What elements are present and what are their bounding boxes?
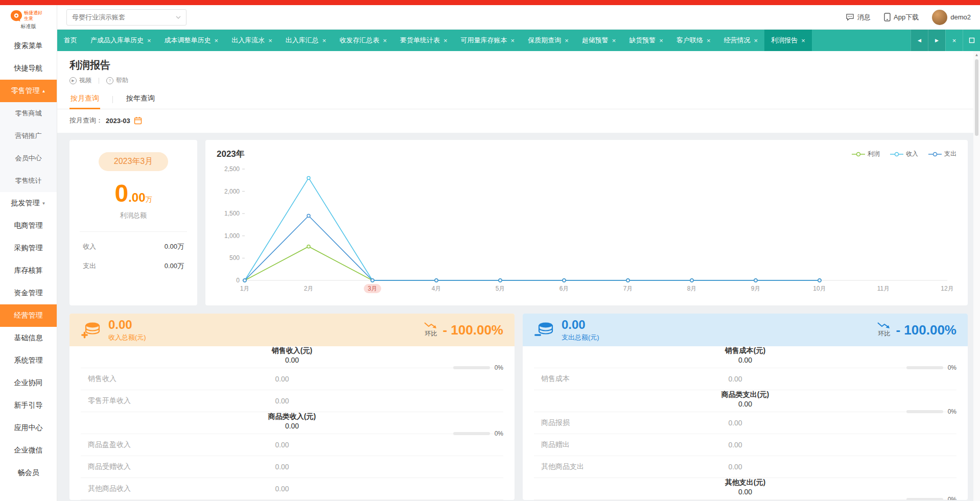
stat-row-value: 0.00: [728, 441, 742, 449]
sidebar-item-label: 零售统计: [15, 176, 42, 185]
tab-item[interactable]: 出入库汇总×: [279, 30, 333, 51]
user-menu[interactable]: demo2: [932, 10, 971, 25]
sidebar-item-inventory-accounting[interactable]: 库存核算: [0, 259, 57, 282]
close-tab-icon[interactable]: ×: [322, 37, 326, 44]
legend-marker-icon: [852, 152, 865, 157]
messages-button[interactable]: 消息: [846, 13, 871, 22]
tab-scroll-right-icon[interactable]: ▶: [928, 30, 945, 51]
tab-item[interactable]: 要货单统计表×: [393, 30, 454, 51]
tab-item[interactable]: 出入库流水×: [225, 30, 279, 51]
sidebar-item-enterprise-wechat[interactable]: 企业微信: [0, 439, 57, 462]
sidebar-item-label: 企业协同: [14, 378, 43, 388]
tab-item[interactable]: 客户联络×: [670, 30, 717, 51]
help-link[interactable]: ? 帮助: [106, 76, 128, 85]
sidebar-item-retail-mall[interactable]: 零售商城: [0, 102, 57, 125]
stat-row-value: 0.00: [738, 488, 752, 496]
brand-name: 畅捷通好生意: [24, 10, 46, 21]
calendar-icon[interactable]: [134, 116, 142, 125]
logo-icon: [10, 10, 22, 22]
sidebar-item-quick-nav[interactable]: 快捷导航: [0, 57, 57, 80]
stat-row: 商品受赠收入0.00: [81, 456, 503, 478]
profit-chart-card: 2023年 利润收入支出 05001,0001,5002,0002,5001月2…: [205, 140, 968, 305]
month-picker[interactable]: 2023-03: [106, 116, 142, 125]
close-tab-icon[interactable]: ×: [268, 37, 272, 44]
app-download-button[interactable]: App下载: [884, 13, 919, 22]
scroll-up-icon[interactable]: ▲: [975, 51, 979, 57]
expense-card-header: 0.00 支出总额(元) 环比: [523, 314, 968, 346]
legend-item[interactable]: 支出: [928, 150, 956, 158]
sidebar-item-funds-mgmt[interactable]: 资金管理: [0, 282, 57, 304]
legend-item[interactable]: 收入: [890, 150, 918, 158]
legend-label: 收入: [906, 150, 918, 158]
sidebar-item-system-mgmt[interactable]: 系统管理: [0, 349, 57, 372]
sidebar-item-label: 资金管理: [14, 289, 43, 298]
close-tab-icon[interactable]: ×: [383, 37, 387, 44]
tab-item[interactable]: 成本调整单历史×: [158, 30, 225, 51]
message-icon: [846, 13, 854, 21]
close-tab-icon[interactable]: ×: [147, 37, 151, 44]
sidebar-item-wholesale-mgmt[interactable]: 批发管理▼: [0, 192, 57, 214]
sidebar-item-label: 搜索菜单: [14, 41, 43, 51]
sidebar-item-ecommerce-mgmt[interactable]: 电商管理: [0, 214, 57, 237]
summary-row: 收入0.00万: [80, 237, 187, 256]
sidebar-item-search-menu[interactable]: 搜索菜单: [0, 35, 57, 57]
close-tab-icon[interactable]: ×: [659, 37, 663, 44]
svg-text:7月: 7月: [623, 285, 633, 292]
svg-text:12月: 12月: [941, 285, 953, 292]
close-tab-icon[interactable]: ×: [754, 37, 758, 44]
svg-text:2月: 2月: [304, 285, 314, 292]
tab-item[interactable]: 收发存汇总表×: [333, 30, 393, 51]
video-link[interactable]: ▶ 视频: [69, 76, 91, 85]
account-selector[interactable]: 母婴行业演示账套: [66, 9, 186, 26]
sidebar-item-app-center[interactable]: 应用中心: [0, 417, 57, 439]
progress-group: 0%: [906, 496, 956, 500]
scrollbar[interactable]: ▲: [973, 51, 980, 501]
progress-bar: [906, 366, 943, 369]
tab-yearly-query[interactable]: 按年查询: [125, 90, 156, 109]
sidebar-item-member-center[interactable]: 会员中心: [0, 147, 57, 170]
close-tab-icon[interactable]: ×: [215, 37, 219, 44]
scrollbar-thumb[interactable]: [975, 59, 978, 136]
sidebar-item-retail-mgmt[interactable]: 零售管理▲: [0, 80, 57, 102]
sidebar-item-marketing-promo[interactable]: 营销推广: [0, 125, 57, 147]
close-tab-icon[interactable]: ×: [612, 37, 616, 44]
tab-scroll-left-icon[interactable]: ◀: [911, 30, 928, 51]
app-download-label: App下载: [894, 13, 919, 22]
sidebar-item-operations-mgmt[interactable]: 经营管理: [0, 304, 57, 327]
tab-item[interactable]: 超储预警×: [575, 30, 623, 51]
legend-item[interactable]: 利润: [852, 150, 880, 158]
tab-item[interactable]: 可用量库存账本×: [454, 30, 522, 51]
tab-item[interactable]: 保质期查询×: [521, 30, 575, 51]
avatar: [932, 10, 947, 25]
tab-item[interactable]: 产成品入库单历史×: [84, 30, 158, 51]
tab-label: 出入库汇总: [286, 36, 319, 45]
tab-item[interactable]: 利润报告×: [764, 30, 812, 51]
close-tab-icon[interactable]: ×: [444, 37, 448, 44]
tab-label: 超储预警: [582, 36, 609, 45]
tab-item[interactable]: 缺货预警×: [622, 30, 670, 51]
sidebar-item-chang-member[interactable]: 畅会员: [0, 462, 57, 484]
income-total-label: 收入总额(元): [108, 333, 146, 342]
expense-ratio-value: - 100.00%: [896, 322, 956, 338]
close-tab-icon[interactable]: ×: [707, 37, 711, 44]
sidebar-item-beginner-guide[interactable]: 新手引导: [0, 394, 57, 417]
stat-row: 商品赠出0.00: [534, 434, 956, 456]
tab-item[interactable]: 经营情况×: [717, 30, 765, 51]
tab-monthly-query[interactable]: 按月查询: [69, 90, 100, 109]
close-tab-icon[interactable]: ×: [565, 37, 569, 44]
tab-label: 利润报告: [771, 36, 798, 45]
sidebar-item-label: 零售商城: [15, 109, 42, 118]
fullscreen-icon[interactable]: [963, 30, 980, 51]
sidebar-item-retail-stats[interactable]: 零售统计: [0, 170, 57, 192]
sidebar-item-purchase-mgmt[interactable]: 采购管理: [0, 237, 57, 259]
close-tab-icon[interactable]: ×: [511, 37, 515, 44]
brand-logo[interactable]: 畅捷通好生意 标准版: [0, 5, 57, 35]
expense-ratio-label: 环比: [878, 329, 890, 338]
tab-item[interactable]: 首页: [57, 30, 84, 51]
sidebar-item-basic-info[interactable]: 基础信息: [0, 327, 57, 349]
sidebar-item-enterprise-collab[interactable]: 企业协同: [0, 372, 57, 394]
close-tab-icon[interactable]: ×: [801, 37, 805, 44]
sidebar-item-label: 电商管理: [14, 221, 43, 230]
close-tabs-icon[interactable]: ×: [945, 30, 963, 51]
chart-legend: 利润收入支出: [852, 150, 956, 158]
